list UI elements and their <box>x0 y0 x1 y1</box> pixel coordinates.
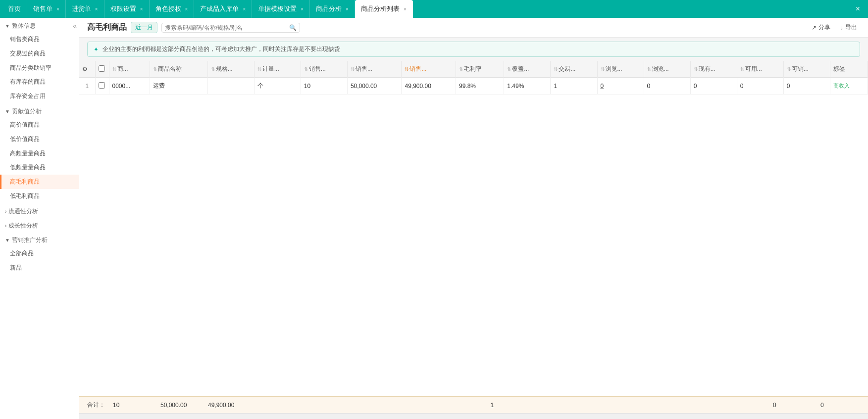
sidebar-group-overall[interactable]: ▼ 整体信息 <box>0 18 79 32</box>
col-browse2[interactable]: ⇅ 浏览... <box>644 61 690 78</box>
sidebar-item-high-freq[interactable]: 高频量量商品 <box>0 146 79 161</box>
tab-home[interactable]: 首页 <box>2 0 27 18</box>
row-sales-cost: 49,900.00 <box>402 78 456 94</box>
col-settings[interactable]: ⚙ <box>79 61 95 78</box>
col-current[interactable]: ⇅ 现有... <box>690 61 737 78</box>
top-tab-bar: 首页 销售单 × 进货单 × 权限设置 × 角色授权 × 产成品入库单 × 单据… <box>0 0 868 18</box>
col-available[interactable]: ⇅ 可用... <box>737 61 783 78</box>
sidebar-item-low-value[interactable]: 低价值商品 <box>0 132 79 146</box>
sort-icon: ⇅ <box>507 66 511 72</box>
row-checkbox-cell[interactable] <box>95 78 109 94</box>
export-button[interactable]: ↓ 导出 <box>837 22 860 33</box>
sidebar-group-flow[interactable]: › 流通性分析 <box>0 203 79 218</box>
sort-icon: ⇅ <box>459 66 463 72</box>
sidebar-group-growth[interactable]: › 成长性分析 <box>0 218 79 232</box>
tab-sales-close[interactable]: × <box>56 6 59 12</box>
horizontal-scrollbar[interactable] <box>79 413 868 419</box>
col-sales-amount[interactable]: ⇅ 销售... <box>347 61 402 78</box>
tab-template-close[interactable]: × <box>301 6 304 12</box>
tab-analysis[interactable]: 商品分析 × <box>310 0 355 18</box>
sort-icon: ⇅ <box>112 66 116 72</box>
row-checkbox[interactable] <box>99 82 105 89</box>
sidebar-item-low-freq[interactable]: 低频量量商品 <box>0 160 79 175</box>
sidebar-item-high-value[interactable]: 高价值商品 <box>0 118 79 132</box>
tab-permission-close[interactable]: × <box>140 6 143 12</box>
main-layout: « ▼ 整体信息 销售类商品 交易过的商品 商品分类助销率 有库存的商品 库存资… <box>0 18 868 419</box>
search-input[interactable] <box>165 24 289 31</box>
row-unit: 个 <box>254 78 301 94</box>
window-close-button[interactable]: × <box>850 4 866 13</box>
tab-analysis-list-close[interactable]: × <box>404 6 407 12</box>
col-code[interactable]: ⇅ 商... <box>109 61 150 78</box>
sort-icon: ⇅ <box>647 66 651 72</box>
content-area: 高毛利商品 近一月 🔍 ↗ 分享 ↓ 导出 ✦ 企业的主要的利润都是这部分商品创… <box>79 18 868 419</box>
tab-product-entry[interactable]: 产成品入库单 × <box>194 0 252 18</box>
info-banner: ✦ 企业的主要的利润都是这部分商品创造的，可考虑加大推广，同时关注库存是不要出现… <box>87 42 860 57</box>
sort-icon: ⇅ <box>601 66 605 72</box>
sidebar-item-inventory-goods[interactable]: 有库存的商品 <box>0 75 79 89</box>
share-button[interactable]: ↗ 分享 <box>809 22 833 33</box>
export-icon: ↓ <box>840 24 843 31</box>
settings-icon[interactable]: ⚙ <box>82 66 88 73</box>
col-trade[interactable]: ⇅ 交易... <box>551 61 597 78</box>
data-table: ⚙ ⇅ 商... ⇅ <box>79 61 868 94</box>
col-sales-qty[interactable]: ⇅ 销售... <box>301 61 347 78</box>
col-sales-cost[interactable]: ⇅ 销售... <box>402 61 456 78</box>
sidebar-item-all-goods[interactable]: 全部商品 <box>0 246 79 261</box>
row-browse1[interactable]: 0 <box>597 78 644 94</box>
search-box[interactable]: 🔍 <box>161 23 300 33</box>
col-tag[interactable]: 标签 <box>830 61 868 78</box>
arrow-icon: ▼ <box>5 23 10 29</box>
row-spec <box>207 78 254 94</box>
sidebar-item-new-goods[interactable]: 新品 <box>0 261 79 275</box>
tab-role-close[interactable]: × <box>185 6 188 12</box>
sort-icon: ⇅ <box>740 66 744 72</box>
select-all-checkbox[interactable] <box>99 65 105 72</box>
sidebar-item-low-margin[interactable]: 低毛利商品 <box>0 189 79 203</box>
row-sales-amount: 50,000.00 <box>347 78 402 94</box>
row-sellable: 0 <box>783 78 830 94</box>
tab-role[interactable]: 角色授权 × <box>150 0 195 18</box>
sidebar-item-high-margin[interactable]: 高毛利商品 <box>0 175 79 189</box>
sidebar-item-inventory-capital[interactable]: 库存资金占用 <box>0 89 79 103</box>
row-number: 1 <box>79 78 95 94</box>
col-margin-rate[interactable]: ⇅ 毛利率 <box>456 61 504 78</box>
sidebar-collapse-button[interactable]: « <box>73 22 77 30</box>
footer-trade: 1 <box>491 402 530 409</box>
col-checkbox[interactable] <box>95 61 109 78</box>
row-sales-qty: 10 <box>301 78 347 94</box>
sidebar-item-traded-goods[interactable]: 交易过的商品 <box>0 47 79 61</box>
sidebar-item-sales-goods[interactable]: 销售类商品 <box>0 32 79 47</box>
row-margin-rate: 99.8% <box>456 78 504 94</box>
col-name[interactable]: ⇅ 商品名称 <box>150 61 207 78</box>
data-table-container[interactable]: ⚙ ⇅ 商... ⇅ <box>79 61 868 396</box>
footer-sellable: 0 <box>820 402 860 409</box>
filter-recent-month-button[interactable]: 近一月 <box>131 22 157 33</box>
col-coverage[interactable]: ⇅ 覆盖... <box>504 61 551 78</box>
footer-browse2: 0 <box>773 402 813 409</box>
tab-template[interactable]: 单据模板设置 × <box>252 0 310 18</box>
tab-analysis-close[interactable]: × <box>346 6 349 12</box>
table-footer: 合计： 10 50,000.00 49,900.00 1 0 0 <box>79 396 868 413</box>
sort-icon: ⇅ <box>153 66 157 72</box>
col-sellable[interactable]: ⇅ 可销... <box>783 61 830 78</box>
sort-icon: ⇅ <box>351 66 355 72</box>
arrow-icon: ▼ <box>5 237 10 243</box>
tab-sales[interactable]: 销售单 × <box>27 0 66 18</box>
arrow-icon: › <box>5 223 6 229</box>
tab-purchase-close[interactable]: × <box>95 6 98 12</box>
sidebar-item-goods-score[interactable]: 商品分类助销率 <box>0 61 79 75</box>
col-browse1[interactable]: ⇅ 浏览... <box>597 61 644 78</box>
tab-permission[interactable]: 权限设置 × <box>104 0 150 18</box>
sidebar-group-finance[interactable]: ▼ 贡献值分析 <box>0 103 79 118</box>
content-header: 高毛利商品 近一月 🔍 ↗ 分享 ↓ 导出 <box>79 18 868 38</box>
sidebar-group-marketing[interactable]: ▼ 营销推广分析 <box>0 232 79 246</box>
col-spec[interactable]: ⇅ 规格... <box>207 61 254 78</box>
tab-product-entry-close[interactable]: × <box>243 6 246 12</box>
tab-analysis-list[interactable]: 商品分析列表 × <box>355 0 413 18</box>
col-unit[interactable]: ⇅ 计量... <box>254 61 301 78</box>
search-icon[interactable]: 🔍 <box>289 24 297 31</box>
share-icon: ↗ <box>812 24 817 31</box>
tab-purchase[interactable]: 进货单 × <box>66 0 104 18</box>
table-header-row: ⚙ ⇅ 商... ⇅ <box>79 61 868 78</box>
